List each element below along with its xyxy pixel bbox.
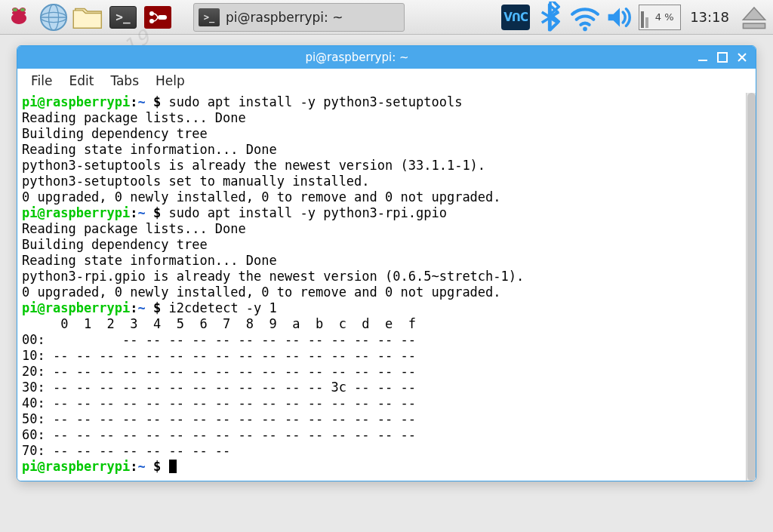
i2c-row: 30: -- -- -- -- -- -- -- -- -- -- -- -- …: [22, 380, 751, 395]
minimize-button[interactable]: [695, 50, 710, 65]
eject-tray-icon[interactable]: [738, 3, 770, 32]
maximize-button[interactable]: [715, 50, 730, 65]
menubar: File Edit Tabs Help: [17, 69, 756, 93]
i2c-row: 10: -- -- -- -- -- -- -- -- -- -- -- -- …: [22, 348, 751, 364]
cpu-percent-label: 4 %: [655, 11, 674, 23]
svg-point-9: [583, 26, 587, 31]
menu-edit[interactable]: Edit: [61, 70, 101, 91]
cmd-2: sudo apt install -y python3-rpi.gpio: [169, 205, 447, 220]
scrollbar[interactable]: [746, 93, 756, 481]
out-line: python3-setuptools set to manually insta…: [22, 174, 751, 189]
out-line: Building dependency tree: [22, 126, 751, 142]
menu-tabs[interactable]: Tabs: [103, 70, 146, 91]
window-title: pi@raspberrypi: ~: [23, 51, 691, 64]
file-manager-icon[interactable]: [72, 3, 104, 32]
i2c-row: 50: -- -- -- -- -- -- -- -- -- -- -- -- …: [22, 411, 751, 427]
cursor: [169, 460, 177, 473]
browser-icon[interactable]: [38, 3, 69, 32]
window-titlebar[interactable]: pi@raspberrypi: ~: [17, 46, 756, 69]
clock[interactable]: 13:18: [684, 9, 735, 25]
raspberry-menu-icon[interactable]: [3, 3, 35, 32]
out-line: Building dependency tree: [22, 237, 751, 253]
out-line: python3-rpi.gpio is already the newest v…: [22, 269, 751, 284]
menu-file[interactable]: File: [23, 70, 60, 91]
menu-help[interactable]: Help: [148, 70, 192, 91]
terminal-window: pi@raspberrypi: ~ File Edit Tabs Help pi…: [17, 45, 756, 481]
terminal-body[interactable]: pi@raspberrypi:~ $ sudo apt install -y p…: [17, 93, 756, 481]
svg-rect-8: [158, 15, 167, 20]
svg-rect-10: [743, 23, 765, 28]
nodered-icon[interactable]: [142, 3, 174, 32]
i2c-row: 60: -- -- -- -- -- -- -- -- -- -- -- -- …: [22, 427, 751, 443]
taskbar-app-button[interactable]: >_ pi@raspberrypi: ~: [193, 3, 405, 32]
svg-rect-11: [698, 60, 707, 61]
out-line: Reading state information... Done: [22, 253, 751, 269]
cmd-3: i2cdetect -y 1: [169, 300, 277, 315]
wifi-tray-icon[interactable]: [569, 3, 601, 32]
out-line: Reading package lists... Done: [22, 221, 751, 237]
i2c-header: 0 1 2 3 4 5 6 7 8 9 a b c d e f: [22, 316, 751, 332]
vnc-tray-icon[interactable]: VᑎC: [500, 3, 531, 32]
close-button[interactable]: [735, 50, 750, 65]
out-line: Reading package lists... Done: [22, 110, 751, 126]
scrollbar-thumb[interactable]: [747, 93, 756, 481]
volume-tray-icon[interactable]: [604, 3, 636, 32]
i2c-row: 00: -- -- -- -- -- -- -- -- -- -- -- -- …: [22, 332, 751, 348]
svg-point-1: [20, 8, 25, 11]
out-line: Reading state information... Done: [22, 142, 751, 158]
i2c-row: 20: -- -- -- -- -- -- -- -- -- -- -- -- …: [22, 364, 751, 380]
terminal-mini-icon: >_: [199, 8, 220, 26]
svg-rect-12: [718, 53, 727, 62]
i2c-row: 70: -- -- -- -- -- -- -- --: [22, 443, 751, 459]
cmd-1: sudo apt install -y python3-setuptools: [169, 94, 463, 109]
svg-point-0: [13, 8, 17, 11]
out-line: 0 upgraded, 0 newly installed, 0 to remo…: [22, 284, 751, 300]
terminal-launcher-icon[interactable]: >_: [107, 3, 139, 32]
bluetooth-tray-icon[interactable]: [534, 3, 566, 32]
taskbar-app-label: pi@raspberrypi: ~: [226, 10, 343, 25]
out-line: 0 upgraded, 0 newly installed, 0 to remo…: [22, 189, 751, 205]
taskbar: >_ >_ pi@raspberrypi: ~ VᑎC: [0, 0, 773, 35]
out-line: python3-setuptools is already the newest…: [22, 158, 751, 174]
i2c-row: 40: -- -- -- -- -- -- -- -- -- -- -- -- …: [22, 395, 751, 411]
cpu-usage-widget[interactable]: 4 %: [639, 5, 681, 30]
